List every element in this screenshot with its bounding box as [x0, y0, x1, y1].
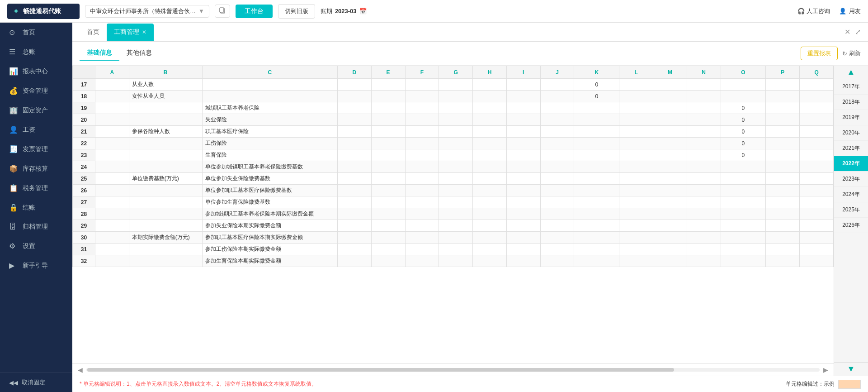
cell-n[interactable] — [687, 102, 721, 114]
cell-e[interactable] — [371, 244, 405, 255]
cell-f[interactable] — [405, 149, 439, 161]
cell-m[interactable] — [653, 185, 687, 196]
cell-p[interactable] — [766, 196, 800, 208]
cell-e[interactable] — [371, 173, 405, 185]
cell-i[interactable] — [506, 149, 540, 161]
sidebar-pin-button[interactable]: ◀◀ 取消固定 — [0, 373, 72, 392]
cell-o[interactable] — [721, 79, 766, 91]
cell-f[interactable] — [405, 255, 439, 267]
expand-icon[interactable]: ⤢ — [855, 28, 861, 36]
cell-a[interactable] — [95, 185, 129, 196]
cell-c[interactable]: 单位参加职工基本医疗保险缴费基数 — [202, 185, 337, 196]
cell-o[interactable] — [721, 91, 766, 102]
cell-a[interactable] — [95, 102, 129, 114]
cell-c[interactable]: 单位参加城镇职工基本养老保险缴费基数 — [202, 161, 337, 173]
cell-h[interactable] — [473, 244, 507, 255]
cell-g[interactable] — [439, 185, 473, 196]
cell-f[interactable] — [405, 126, 439, 138]
cell-h[interactable] — [473, 173, 507, 185]
cell-f[interactable] — [405, 185, 439, 196]
cell-n[interactable] — [687, 161, 721, 173]
cell-o[interactable] — [721, 173, 766, 185]
cell-b[interactable] — [129, 255, 202, 267]
cell-p[interactable] — [766, 220, 800, 232]
cell-q[interactable] — [800, 79, 834, 91]
cell-g[interactable] — [439, 138, 473, 149]
sidebar-item-ledger[interactable]: ☰ 总账 — [0, 42, 72, 62]
table-row[interactable]: 20失业保险0 — [73, 114, 834, 126]
cell-b[interactable] — [129, 114, 202, 126]
company-selector[interactable]: 中审众环会计师事务所（特殊普通合伙… ▼ — [85, 5, 209, 18]
cell-k[interactable] — [574, 138, 619, 149]
cell-d[interactable] — [337, 232, 371, 244]
cell-d[interactable] — [337, 126, 371, 138]
cell-c[interactable]: 工伤保险 — [202, 138, 337, 149]
cell-i[interactable] — [506, 196, 540, 208]
cell-d[interactable] — [337, 255, 371, 267]
cell-c[interactable]: 参加城镇职工基本养老保险本期实际缴费金额 — [202, 208, 337, 220]
cell-d[interactable] — [337, 138, 371, 149]
cell-a[interactable] — [95, 91, 129, 102]
cell-c[interactable]: 参加失业保险本期实际缴费金额 — [202, 220, 337, 232]
cell-h[interactable] — [473, 79, 507, 91]
year-item[interactable]: 2025年 — [834, 202, 868, 218]
cell-o[interactable] — [721, 208, 766, 220]
cell-i[interactable] — [506, 91, 540, 102]
cell-a[interactable] — [95, 79, 129, 91]
grid-body[interactable]: A B C D E F G H I J K L — [72, 66, 834, 363]
year-item[interactable]: 2017年 — [834, 79, 868, 95]
consult-button[interactable]: 🎧 人工咨询 — [797, 7, 830, 15]
table-row[interactable]: 18女性从业人员0 — [73, 91, 834, 102]
cell-j[interactable] — [540, 232, 574, 244]
cell-l[interactable] — [619, 126, 653, 138]
cell-n[interactable] — [687, 196, 721, 208]
cell-c[interactable]: 参加职工基本医疗保险本期实际缴费金额 — [202, 232, 337, 244]
cell-b[interactable]: 单位缴费基数(万元) — [129, 173, 202, 185]
cell-n[interactable] — [687, 149, 721, 161]
cell-n[interactable] — [687, 220, 721, 232]
cell-p[interactable] — [766, 138, 800, 149]
cell-g[interactable] — [439, 173, 473, 185]
sub-tab-other[interactable]: 其他信息 — [119, 46, 159, 61]
cell-m[interactable] — [653, 244, 687, 255]
tab-home[interactable]: 首页 — [80, 24, 107, 41]
cell-g[interactable] — [439, 79, 473, 91]
cell-k[interactable] — [574, 255, 619, 267]
cell-j[interactable] — [540, 114, 574, 126]
cell-f[interactable] — [405, 161, 439, 173]
cell-l[interactable] — [619, 244, 653, 255]
cell-m[interactable] — [653, 232, 687, 244]
table-row[interactable]: 23生育保险0 — [73, 149, 834, 161]
cell-c[interactable]: 参加工伤保险本期实际缴费金额 — [202, 244, 337, 255]
table-row[interactable]: 27单位参加生育保险缴费基数 — [73, 196, 834, 208]
horizontal-scroll-track[interactable] — [86, 368, 820, 372]
table-row[interactable]: 26单位参加职工基本医疗保险缴费基数 — [73, 185, 834, 196]
cell-j[interactable] — [540, 208, 574, 220]
close-window-icon[interactable]: ✕ — [844, 28, 850, 36]
sidebar-item-inventory[interactable]: 📦 库存核算 — [0, 159, 72, 178]
cell-l[interactable] — [619, 255, 653, 267]
cell-p[interactable] — [766, 79, 800, 91]
cell-h[interactable] — [473, 208, 507, 220]
year-item[interactable]: 2026年 — [834, 218, 868, 233]
cell-q[interactable] — [800, 161, 834, 173]
cell-m[interactable] — [653, 102, 687, 114]
cell-q[interactable] — [800, 196, 834, 208]
cell-j[interactable] — [540, 149, 574, 161]
cell-f[interactable] — [405, 138, 439, 149]
cell-j[interactable] — [540, 79, 574, 91]
cell-a[interactable] — [95, 138, 129, 149]
cell-n[interactable] — [687, 173, 721, 185]
cell-n[interactable] — [687, 138, 721, 149]
cell-m[interactable] — [653, 220, 687, 232]
cell-b[interactable] — [129, 208, 202, 220]
cell-f[interactable] — [405, 208, 439, 220]
reset-report-button[interactable]: 重置报表 — [801, 47, 838, 60]
cell-d[interactable] — [337, 114, 371, 126]
copy-button[interactable] — [215, 5, 230, 18]
cell-e[interactable] — [371, 114, 405, 126]
cell-k[interactable]: 0 — [574, 79, 619, 91]
cell-o[interactable] — [721, 185, 766, 196]
scroll-left-icon[interactable]: ◀ — [76, 366, 85, 373]
cell-l[interactable] — [619, 102, 653, 114]
